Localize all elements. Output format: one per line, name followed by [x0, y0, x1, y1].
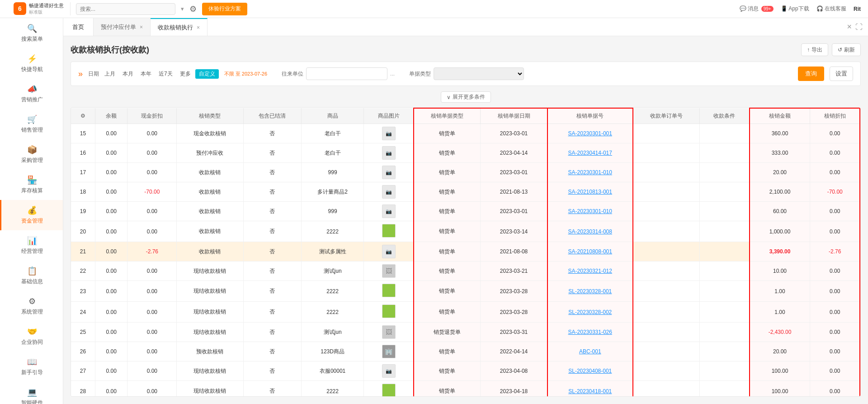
- search-input[interactable]: [76, 3, 175, 15]
- row-verify-date: 2023-03-28: [481, 281, 547, 302]
- sidebar-item-system[interactable]: ⚙ 系统管理: [0, 291, 63, 321]
- doc-type-select[interactable]: [434, 67, 524, 80]
- tab-prepay-close[interactable]: ×: [140, 24, 143, 30]
- sidebar-item-quicknav[interactable]: ⚡ 快捷导航: [0, 48, 63, 79]
- partner-more-icon[interactable]: ...: [390, 71, 395, 77]
- row-verify-date: 2023-03-14: [481, 221, 547, 242]
- row-verify-doc-type: 销货单: [414, 182, 481, 202]
- row-verify-discount: 0.00: [810, 261, 860, 281]
- table-row: 230.000.00现结收款核销否2222销货单2023-03-28SL-202…: [71, 281, 860, 302]
- partner-input[interactable]: [306, 67, 387, 80]
- col-verify-doc-type: 核销单据类型: [414, 108, 481, 124]
- row-verify-no[interactable]: SA-20230331-026: [547, 323, 633, 342]
- row-verify-no[interactable]: SA-20230414-017: [547, 143, 633, 163]
- sidebar-item-search[interactable]: 🔍 搜索菜单: [0, 18, 63, 48]
- row-balance: 0.00: [95, 302, 127, 323]
- row-verify-date: 2022-04-14: [481, 342, 547, 361]
- guide-icon: 📖: [27, 357, 37, 367]
- close-window-icon[interactable]: ×: [847, 22, 852, 32]
- table-row: 200.000.00收款核销否2222销货单2023-03-14SA-20230…: [71, 221, 860, 242]
- settings-icon[interactable]: ⚙: [189, 4, 197, 14]
- table-row: 190.000.00收款核销否999📷销货单2023-03-01SA-20230…: [71, 202, 860, 221]
- sidebar-item-finance[interactable]: 💰 资金管理: [0, 200, 63, 230]
- row-verify-doc-type: 销货单: [414, 143, 481, 163]
- row-verify-no[interactable]: SA-20230314-008: [547, 221, 633, 242]
- row-include-settled: 否: [243, 124, 301, 143]
- tab-home[interactable]: 首页: [63, 18, 94, 36]
- row-receipt-order-no: [633, 182, 700, 202]
- app-download-item[interactable]: 📱 App下载: [781, 5, 809, 13]
- row-receipt-order-no: [633, 361, 700, 381]
- row-verify-no[interactable]: SL-20230328-002: [547, 302, 633, 323]
- tab-prepay[interactable]: 预付冲应付单 ×: [94, 18, 151, 36]
- expand-arrow-btn[interactable]: »: [78, 69, 83, 79]
- sidebar-item-marketing[interactable]: 📣 营销推广: [0, 79, 63, 109]
- row-goods: 999: [301, 202, 364, 221]
- row-verify-no[interactable]: SA-20230301-010: [547, 163, 633, 182]
- more-btn[interactable]: 更多: [177, 69, 193, 79]
- sidebar-item-inventory[interactable]: 🏪 库存核算: [0, 170, 63, 200]
- row-verify-no[interactable]: SA-20230321-012: [547, 261, 633, 281]
- tab-receipt-verify[interactable]: 收款核销执行 ×: [151, 18, 208, 36]
- col-verify-amount: 核销金额: [750, 108, 810, 124]
- row-cash-discount: 0.00: [127, 361, 177, 381]
- this-month-btn[interactable]: 本月: [120, 69, 136, 79]
- row-receipt-condition: [700, 302, 750, 323]
- online-support-item[interactable]: 🎧 在线客服: [816, 5, 846, 13]
- row-balance: 0.00: [95, 261, 127, 281]
- row-goods: 2222: [301, 221, 364, 242]
- product-image: 📷: [382, 146, 396, 160]
- row-cash-discount: 0.00: [127, 202, 177, 221]
- product-image: 📷: [382, 185, 396, 199]
- row-receipt-condition: [700, 361, 750, 381]
- col-setting[interactable]: ⚙: [71, 108, 95, 124]
- industry-btn[interactable]: 休验行业方案: [202, 3, 247, 15]
- row-goods: 测试jun: [301, 261, 364, 281]
- row-cash-discount: 0.00: [127, 124, 177, 143]
- table-row: 150.000.00现金收款核销否老白干📷销货单2023-03-01SA-202…: [71, 124, 860, 143]
- this-year-btn[interactable]: 本年: [138, 69, 154, 79]
- settings-filter-btn[interactable]: 设置: [830, 67, 853, 81]
- tab-receipt-verify-close[interactable]: ×: [197, 24, 200, 31]
- dropdown-icon[interactable]: ▾: [181, 5, 184, 12]
- row-goods: 测试jun: [301, 323, 364, 342]
- product-image: 📷: [382, 166, 396, 179]
- sidebar-item-management[interactable]: 📊 经营管理: [0, 230, 63, 261]
- custom-btn[interactable]: 自定义: [195, 69, 219, 79]
- expand-more-btn[interactable]: ∨ 展开更多条件: [441, 91, 491, 103]
- row-verify-amount: 20.00: [750, 342, 810, 361]
- sidebar-item-sales[interactable]: 🛒 销售管理: [0, 109, 63, 139]
- refresh-btn[interactable]: ↺ 刷新: [832, 43, 861, 56]
- row-verify-no[interactable]: SA-20230301-001: [547, 124, 633, 143]
- table-row: 210.00-2.76收款核销否测试多属性📷销货单2021-08-08SA-20…: [71, 242, 860, 261]
- sidebar-item-hardware[interactable]: 💻 智能硬件: [0, 382, 63, 404]
- last-month-btn[interactable]: 上月: [102, 69, 118, 79]
- export-btn[interactable]: ↑ 导出: [801, 43, 828, 56]
- row-verify-amount: 100.00: [750, 361, 810, 381]
- product-image: 🖼: [382, 325, 396, 339]
- notification-item[interactable]: 💬 消息 99+: [740, 5, 774, 13]
- sidebar-item-guide[interactable]: 📖 新手引导: [0, 352, 63, 382]
- row-verify-no[interactable]: SA-20230301-010: [547, 202, 633, 221]
- row-verify-no[interactable]: SL-20230418-001: [547, 381, 633, 397]
- date-range-hint: 不限 至 2023-07-26: [224, 71, 267, 77]
- row-verify-no[interactable]: SA-20210808-001: [547, 242, 633, 261]
- filter-bar: » 日期 上月 本月 本年 近7天 更多 自定义 不限 至 2023-07-26…: [71, 62, 861, 86]
- col-goods-img: 商品图片: [364, 108, 414, 124]
- query-btn[interactable]: 查询: [798, 67, 824, 81]
- row-verify-amount: 100.00: [750, 381, 810, 397]
- sidebar-item-collab[interactable]: 🤝 企业协同: [0, 321, 63, 352]
- row-verify-no[interactable]: SL-20230408-001: [547, 361, 633, 381]
- recent7-btn[interactable]: 近7天: [156, 69, 175, 79]
- sidebar-item-purchase[interactable]: 📦 采购管理: [0, 139, 63, 170]
- row-verify-no[interactable]: SL-20230328-001: [547, 281, 633, 302]
- maximize-icon[interactable]: ⛶: [855, 23, 863, 31]
- row-verify-no[interactable]: ABC-001: [547, 342, 633, 361]
- user-name[interactable]: Rit: [854, 6, 861, 12]
- row-verify-discount: 0.00: [810, 381, 860, 397]
- row-verify-discount: 0.00: [810, 124, 860, 143]
- row-verify-doc-type: 销货单: [414, 302, 481, 323]
- row-verify-no[interactable]: SA-20210813-001: [547, 182, 633, 202]
- sidebar-item-basic-info[interactable]: 📋 基础信息: [0, 261, 63, 291]
- row-receipt-condition: [700, 163, 750, 182]
